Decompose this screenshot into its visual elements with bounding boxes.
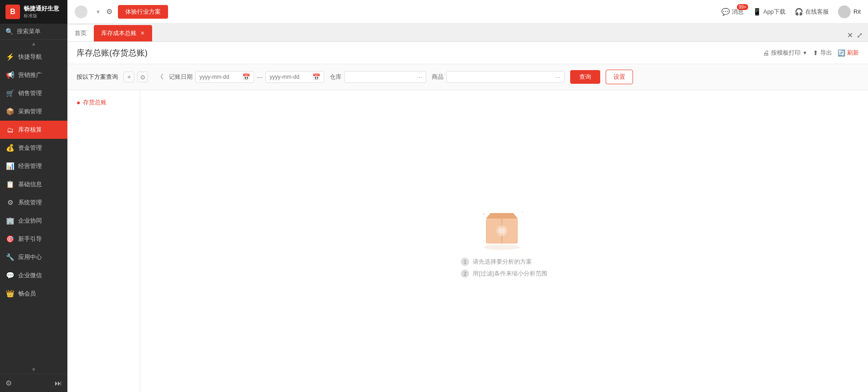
export-btn[interactable]: ⬆ 导出	[813, 49, 832, 57]
empty-illustration	[477, 205, 531, 250]
purchase-icon: 📦	[5, 107, 15, 116]
sidebar-item-purchase[interactable]: 📦 采购管理	[0, 102, 67, 121]
app-download-action[interactable]: 📱 App下载	[753, 8, 786, 16]
app-download-label: App下载	[763, 8, 786, 16]
finance-icon: 💰	[5, 144, 15, 152]
calendar-end-icon[interactable]: 📅	[312, 73, 320, 81]
page-title: 库存总账(存货总账)	[77, 47, 148, 58]
header-settings-icon[interactable]: ⚙	[106, 7, 112, 16]
filter-actions: ＋ ⊙	[123, 71, 148, 82]
date-end-input[interactable]: 📅	[266, 71, 324, 83]
tab-bar: 首页 库存成本总账 ✕ ✕ ⤢	[67, 24, 868, 42]
collapse-filter-btn[interactable]: 《	[157, 73, 163, 81]
sidebar-item-label: 系统管理	[18, 199, 42, 207]
hint-number-1: 1	[461, 258, 469, 266]
sidebar-item-operations[interactable]: 📊 经营管理	[0, 157, 67, 175]
sidebar-item-newuser[interactable]: 🎯 新手引导	[0, 230, 67, 248]
marketing-icon: 📢	[5, 71, 15, 79]
export-icon: ⬆	[813, 49, 818, 56]
main-body: ● 存货总账	[67, 90, 868, 392]
sidebar-item-member[interactable]: 👑 畅会员	[0, 285, 67, 303]
sidebar-search[interactable]: 🔍 搜索菜单	[0, 24, 67, 40]
product-label: 商品	[432, 73, 444, 81]
header-left: ▼ ⚙ 体验行业方案	[75, 5, 721, 19]
empty-hints: 1 请先选择要分析的方案 2 用[过滤]条件来缩小分析范围	[461, 258, 547, 278]
settings-filter-btn[interactable]: ⊙	[137, 71, 148, 82]
sidebar-item-appstore[interactable]: 🔧 应用中心	[0, 248, 67, 266]
sidebar-item-marketing[interactable]: 📢 营销推广	[0, 66, 67, 84]
wecom-icon: 💬	[5, 271, 15, 280]
empty-hint-1: 1 请先选择要分析的方案	[461, 258, 547, 266]
sidebar: B 畅捷通好生意 标准版 🔍 搜索菜单 ▲ ⚡ 快捷导航 📢 营销推广 🛒 销售…	[0, 0, 67, 392]
date-start-input[interactable]: 📅	[195, 71, 254, 83]
date-start-field[interactable]	[199, 74, 240, 80]
sidebar-item-enterprise[interactable]: 🏢 企业协同	[0, 212, 67, 230]
sidebar-item-basic[interactable]: 📋 基础信息	[0, 175, 67, 193]
sidebar-item-system[interactable]: ⚙ 系统管理	[0, 193, 67, 212]
date-end-field[interactable]	[270, 74, 311, 80]
trial-button[interactable]: 体验行业方案	[118, 5, 168, 19]
scheme-item-inventory[interactable]: ● 存货总账	[73, 96, 134, 109]
date-separator: —	[257, 74, 263, 81]
appstore-icon: 🔧	[5, 253, 15, 261]
export-label: 导出	[820, 49, 832, 57]
tab-inventory-ledger[interactable]: 库存成本总账 ✕	[94, 25, 152, 41]
header-right: 💬 消息 99+ 📱 App下载 🎧 在线客服 Rit	[721, 5, 861, 18]
calendar-start-icon[interactable]: 📅	[242, 73, 250, 81]
message-action[interactable]: 💬 消息 99+	[721, 8, 744, 16]
tab-bar-right: ✕ ⤢	[845, 29, 868, 41]
add-filter-btn[interactable]: ＋	[123, 71, 134, 82]
sidebar-item-quick-nav[interactable]: ⚡ 快捷导航	[0, 48, 67, 66]
refresh-btn[interactable]: 🔄 刷新	[837, 49, 859, 57]
sidebar-item-inventory[interactable]: 🗂 库存核算	[0, 121, 67, 139]
online-service-action[interactable]: 🎧 在线客服	[795, 8, 829, 16]
empty-hint-2: 2 用[过滤]条件来缩小分析范围	[461, 270, 547, 278]
svg-point-4	[499, 228, 505, 234]
print-template-btn[interactable]: 🖨 按模板打印 ▼	[763, 49, 807, 57]
search-icon: 🔍	[5, 28, 13, 35]
quick-nav-icon: ⚡	[5, 53, 15, 61]
sidebar-scroll-up[interactable]: ▲	[0, 40, 67, 48]
sidebar-item-label: 新手引导	[18, 235, 42, 243]
empty-hint-1-text: 请先选择要分析的方案	[473, 258, 532, 266]
warehouse-label: 仓库	[330, 73, 342, 81]
header-avatar	[75, 5, 87, 18]
page-header: 库存总账(存货总账) 🖨 按模板打印 ▼ ⬆ 导出 🔄 刷新	[67, 42, 868, 64]
hint-number-2: 2	[461, 270, 469, 278]
print-icon: 🖨	[763, 49, 769, 56]
resize-icon[interactable]: ⤢	[855, 29, 864, 41]
sidebar-item-label: 经营管理	[18, 162, 42, 170]
sidebar-item-label: 营销推广	[18, 71, 42, 79]
sidebar-nav: ⚡ 快捷导航 📢 营销推广 🛒 销售管理 📦 采购管理 🗂 库存核算 💰 资金管…	[0, 48, 67, 366]
settings-footer-icon[interactable]: ⚙	[5, 379, 12, 387]
sidebar-item-finance[interactable]: 💰 资金管理	[0, 139, 67, 157]
audio-footer-icon[interactable]: ⏭	[55, 379, 62, 387]
system-icon: ⚙	[5, 199, 15, 207]
sidebar-item-sales[interactable]: 🛒 销售管理	[0, 84, 67, 102]
settings-button[interactable]: 设置	[606, 70, 633, 84]
tab-home[interactable]: 首页	[67, 25, 94, 41]
sidebar-footer: ⚙ ⏭	[0, 374, 67, 392]
warehouse-selector[interactable]: ···	[344, 71, 426, 83]
date-filter-group: 记账日期 📅 — 📅	[169, 71, 324, 83]
sales-icon: 🛒	[5, 89, 15, 97]
svg-point-7	[522, 211, 523, 212]
app-brand: 畅捷通好生意	[24, 5, 59, 13]
sidebar-item-label: 企业协同	[18, 217, 42, 225]
page-container: 库存总账(存货总账) 🖨 按模板打印 ▼ ⬆ 导出 🔄 刷新	[67, 42, 868, 392]
sidebar-item-wecom[interactable]: 💬 企业微信	[0, 266, 67, 285]
main-area: ▼ ⚙ 体验行业方案 💬 消息 99+ 📱 App下载 🎧 在线客服 Rit	[67, 0, 868, 392]
svg-point-8	[524, 223, 525, 224]
product-selector[interactable]: ···	[446, 71, 565, 83]
tab-inventory-ledger-label: 库存成本总账	[101, 29, 137, 37]
top-header: ▼ ⚙ 体验行业方案 💬 消息 99+ 📱 App下载 🎧 在线客服 Rit	[67, 0, 868, 24]
product-more-icon: ···	[555, 73, 561, 81]
header-dropdown-icon[interactable]: ▼	[96, 9, 101, 15]
query-button[interactable]: 查询	[570, 70, 600, 84]
sidebar-scroll-down[interactable]: ▼	[0, 366, 67, 374]
tab-close-icon[interactable]: ✕	[140, 30, 145, 36]
inventory-icon: 🗂	[5, 126, 15, 134]
print-template-label: 按模板打印	[771, 49, 801, 57]
message-icon: 💬	[721, 8, 730, 16]
close-tab-button[interactable]: ✕	[845, 29, 855, 41]
